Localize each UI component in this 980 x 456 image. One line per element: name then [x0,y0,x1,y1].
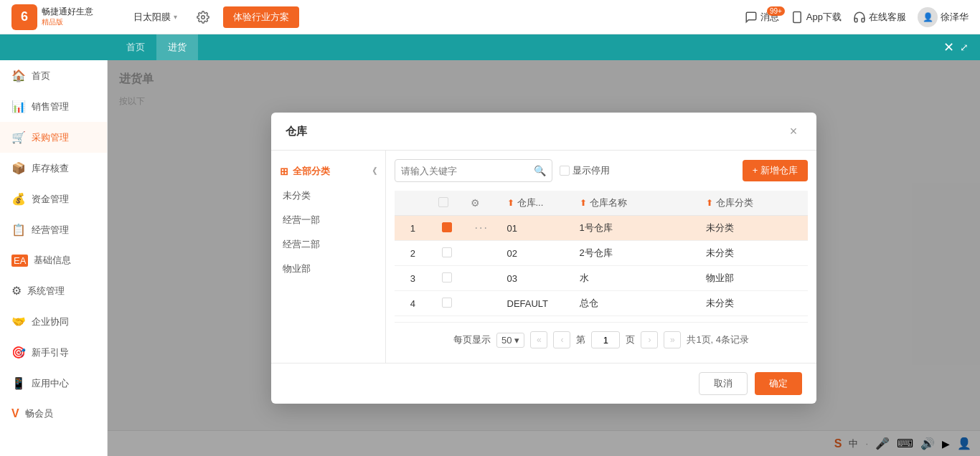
cell-gear [463,291,500,316]
sidebar-label-sales: 销售管理 [32,100,69,113]
cancel-button[interactable]: 取消 [699,372,748,395]
cell-check [431,241,463,266]
cell-check [431,291,463,316]
row-checkbox[interactable] [442,222,452,232]
online-service-button[interactable]: 在线客服 [853,11,906,24]
column-settings-icon[interactable]: ⚙ [471,197,480,209]
search-icon[interactable]: 🔍 [534,165,546,176]
operations-icon: 📋 [11,223,26,237]
store-selector[interactable]: 日太阳膜 ▾ [128,11,183,24]
app-download-button[interactable]: App下载 [791,11,842,24]
show-disabled-wrap: 显示停用 [560,164,610,177]
sidebar-item-finance[interactable]: 💰 资金管理 [0,184,107,214]
cell-name: 2号仓库 [573,241,699,266]
base-info-icon: EA [11,255,28,267]
search-input-wrap: 🔍 [395,159,552,182]
first-page-button[interactable]: « [530,331,547,348]
sidebar-label-vip: 畅会员 [25,407,53,420]
cell-category: 未分类 [699,241,808,266]
row-checkbox[interactable] [442,272,452,282]
category-item-unclassified[interactable]: 未分类 [271,184,385,208]
prev-page-button[interactable]: ‹ [553,331,570,348]
sort-name-icon: ⬆ [580,198,587,208]
sidebar-item-operations[interactable]: 📋 经营管理 [0,214,107,245]
sidebar-item-app-center[interactable]: 📱 应用中心 [0,368,107,399]
confirm-button[interactable]: 确定 [755,372,802,395]
add-warehouse-button[interactable]: + 新增仓库 [743,160,808,181]
th-gear: ⚙ [463,191,500,216]
table-row[interactable]: 1 ··· 01 1号仓库 未分类 [395,216,808,241]
svg-rect-1 [793,11,801,22]
row-action-dots[interactable]: ··· [475,222,489,234]
search-input[interactable] [401,166,534,176]
modal-close-button[interactable]: × [785,123,802,140]
table-header-row: ⚙ ⬆仓库... ⬆仓库名称 [395,191,808,216]
last-page-button[interactable]: » [664,331,681,348]
modal-body: ⊞ 全部分类 《 未分类 经营一部 经营二部 物业部 [271,151,816,363]
sidebar-label-finance: 资金管理 [32,193,69,206]
sidebar-item-system[interactable]: ⚙ 系统管理 [0,275,107,306]
show-disabled-checkbox[interactable] [560,166,570,176]
th-check [431,191,463,216]
message-button[interactable]: 99+ 消息 [745,11,779,24]
cell-code: 02 [500,241,573,266]
sidebar-item-base-info[interactable]: EA 基础信息 [0,245,107,275]
sidebar-item-enterprise[interactable]: 🤝 企业协同 [0,306,107,337]
cell-category: 未分类 [699,216,808,241]
page-label: 第 [576,333,585,346]
sidebar-label-app-center: 应用中心 [32,377,69,390]
per-page-value: 50 [501,335,512,346]
online-service-label: 在线客服 [869,11,906,24]
sidebar-item-inventory[interactable]: 📦 库存核查 [0,153,107,184]
table-panel: 🔍 显示停用 + 新增仓库 [386,151,816,363]
cell-code: 01 [500,216,573,241]
table-row[interactable]: 2 02 2号仓库 未分类 [395,241,808,266]
category-all-button[interactable]: ⊞ 全部分类 《 [271,159,385,184]
cell-name: 1号仓库 [573,216,699,241]
home-icon: 🏠 [11,69,26,82]
next-page-button[interactable]: › [641,331,658,348]
row-checkbox[interactable] [442,247,452,257]
sales-icon: 📊 [11,100,26,113]
cell-num: 1 [395,216,431,241]
collapse-category-button[interactable]: 《 [368,166,377,178]
sidebar-item-purchase[interactable]: 🛒 采购管理 [0,122,107,153]
header-right: 99+ 消息 App下载 在线客服 👤 徐泽华 [745,7,969,27]
inventory-icon: 📦 [11,161,26,175]
category-item-property[interactable]: 物业部 [271,257,385,281]
sidebar-item-sales[interactable]: 📊 销售管理 [0,91,107,122]
cell-check [431,266,463,291]
warehouse-modal: 仓库 × ⊞ 全部分类 《 未分类 经营一部 经营二部 [271,113,816,404]
content-area: 进货单 按以下 仓库 × ⊞ 全部分类 [108,60,980,456]
per-page-select[interactable]: 50 ▾ [496,333,524,348]
sub-nav-purchase[interactable]: 进货 [156,34,198,60]
close-window-button[interactable]: ✕ [943,39,954,55]
expand-window-button[interactable]: ⤢ [960,42,969,53]
sidebar-item-home[interactable]: 🏠 首页 [0,60,107,91]
th-code: ⬆仓库... [500,191,573,216]
sub-nav-home[interactable]: 首页 [115,34,156,60]
svg-point-0 [202,15,205,19]
modal-overlay: 仓库 × ⊞ 全部分类 《 未分类 经营一部 经营二部 [108,60,980,456]
trial-button[interactable]: 体验行业方案 [223,6,299,28]
app-center-icon: 📱 [11,376,26,390]
brand-edition: 精品版 [42,17,93,27]
user-profile-button[interactable]: 👤 徐泽华 [918,7,969,27]
category-item-operation2[interactable]: 经营二部 [271,232,385,257]
row-checkbox[interactable] [442,298,452,308]
select-all-checkbox[interactable] [438,197,448,207]
cell-category: 未分类 [699,291,808,316]
sidebar-item-guide[interactable]: 🎯 新手引导 [0,337,107,368]
cell-code: DEFAULT [500,291,573,316]
purchase-icon: 🛒 [11,130,26,144]
settings-button[interactable] [192,6,215,29]
table-row[interactable]: 4 DEFAULT 总仓 未分类 [395,291,808,316]
cell-name: 水 [573,266,699,291]
table-body: 1 ··· 01 1号仓库 未分类 2 02 2号仓库 未分类 3 [395,216,808,316]
page-number-input[interactable] [591,331,620,348]
table-row[interactable]: 3 03 水 物业部 [395,266,808,291]
sidebar-item-vip[interactable]: V 畅会员 [0,399,107,429]
cell-num: 2 [395,241,431,266]
sidebar-label-base-info: 基础信息 [34,254,71,267]
category-item-operation1[interactable]: 经营一部 [271,208,385,232]
